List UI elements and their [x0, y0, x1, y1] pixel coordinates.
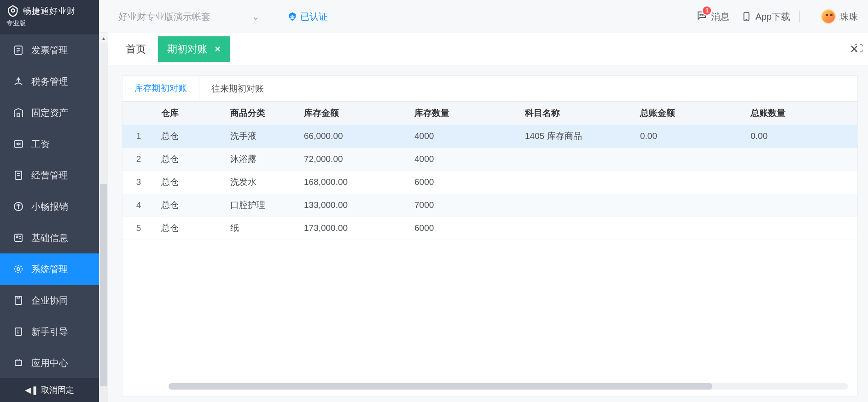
cell-index: 3 [122, 171, 155, 194]
cell-subject [518, 217, 634, 240]
panel: 库存期初对账 往来期初对账 仓库 商品分类 库存金额 库存数量 科目名称 总账金… [122, 75, 858, 396]
tab-close-icon[interactable]: ✕ [214, 44, 221, 54]
cell-ledger-amount [634, 194, 744, 217]
cell-quantity: 7000 [408, 194, 518, 217]
col-index [122, 102, 155, 125]
subtab-inventory[interactable]: 库存期初对账 [122, 76, 199, 101]
svg-point-18 [17, 268, 20, 270]
cell-index: 5 [122, 217, 155, 240]
cell-subject [518, 171, 634, 194]
sidebar-item-asset[interactable]: 固定资产 [0, 97, 99, 128]
svg-rect-19 [15, 296, 22, 304]
verified-label: 已认证 [300, 11, 328, 23]
cell-ledger-qty [744, 171, 857, 194]
brand-logo-icon [6, 5, 19, 17]
collab-icon [13, 295, 24, 306]
cell-ledger-amount [634, 217, 744, 240]
cell-ledger-qty [744, 148, 857, 171]
sidebar-item-collab[interactable]: 企业协同 [0, 285, 99, 316]
table-row[interactable]: 3总仓洗发水168,000.006000 [122, 171, 857, 194]
sidebar-scroll-thumb[interactable] [100, 184, 107, 386]
cell-category: 纸 [224, 217, 297, 240]
cell-category: 沐浴露 [224, 148, 297, 171]
info-icon [13, 232, 24, 243]
sidebar-nav: 发票管理税务管理固定资产工资经营管理小畅报销基础信息系统管理企业协同新新手引导应… [0, 34, 99, 378]
col-amount[interactable]: 库存金额 [297, 102, 408, 125]
cell-amount: 173,000.00 [297, 217, 408, 240]
cell-ledger-amount [634, 171, 744, 194]
header-divider [799, 11, 800, 23]
tabs-expand-icon[interactable]: ⛶ [854, 43, 868, 54]
user-menu[interactable]: 珠珠 [821, 9, 858, 24]
col-ledger-amount[interactable]: 总账金额 [634, 102, 744, 125]
sidebar-item-apps[interactable]: 应用中心 [0, 347, 99, 378]
username: 珠珠 [839, 11, 858, 23]
cell-quantity: 6000 [408, 217, 518, 240]
table-row[interactable]: 5总仓纸173,000.006000 [122, 217, 857, 240]
brand-name: 畅捷通好业财 [23, 6, 76, 17]
cell-warehouse: 总仓 [155, 171, 224, 194]
svg-rect-22 [15, 360, 22, 366]
messages-button[interactable]: 1 消息 [696, 10, 729, 23]
table-row[interactable]: 4总仓口腔护理133,000.007000 [122, 194, 857, 217]
sidebar-item-label: 新手引导 [31, 326, 68, 338]
col-ledger-qty[interactable]: 总账数量 [744, 102, 857, 125]
col-warehouse[interactable]: 仓库 [155, 102, 224, 125]
col-subject[interactable]: 科目名称 [518, 102, 634, 125]
shield-icon: 企 [287, 11, 297, 22]
cell-amount: 133,000.00 [297, 194, 408, 217]
cell-subject [518, 194, 634, 217]
horizontal-scroll-thumb[interactable] [169, 383, 712, 390]
account-name: 好业财专业版演示帐套 [118, 11, 210, 23]
sidebar-item-label: 系统管理 [31, 263, 68, 276]
sidebar-item-label: 应用中心 [31, 357, 68, 369]
col-category[interactable]: 商品分类 [224, 102, 297, 125]
brand-area: 畅捷通好业财 专业版 [0, 0, 99, 34]
cell-warehouse: 总仓 [155, 217, 224, 240]
sidebar-unpin[interactable]: ◀❚ 取消固定 [0, 378, 99, 402]
sidebar-item-label: 工资 [31, 138, 50, 150]
unpin-icon: ◀❚ [25, 385, 38, 395]
tab-home[interactable]: 首页 [122, 42, 150, 56]
sidebar-item-guide[interactable]: 新新手引导 [0, 316, 99, 347]
tax-icon [13, 76, 24, 87]
invoice-icon [13, 45, 24, 56]
table-row[interactable]: 1总仓洗手液66,000.0040001405 库存商品0.000.00 [122, 125, 857, 148]
sidebar-item-label: 小畅报销 [31, 201, 68, 213]
salary-icon [13, 138, 24, 149]
sidebar-item-reimburse[interactable]: 小畅报销 [0, 191, 99, 222]
cell-category: 洗发水 [224, 171, 297, 194]
sidebar-item-invoice[interactable]: 发票管理 [0, 34, 99, 66]
sidebar-item-label: 固定资产 [31, 107, 68, 119]
subtab-receivable[interactable]: 往来期初对账 [199, 76, 276, 101]
cell-category: 口腔护理 [224, 194, 297, 217]
sidebar-scroll-up[interactable]: ▴ [99, 33, 108, 43]
header: 好业财专业版演示帐套 ⌄ 企 已认证 1 消息 App下载 珠珠 [108, 0, 868, 33]
system-icon [13, 264, 24, 275]
sidebar-item-ops[interactable]: 经营管理 [0, 160, 99, 191]
app-download-button[interactable]: App下载 [741, 11, 790, 23]
sidebar-item-info[interactable]: 基础信息 [0, 222, 99, 253]
sidebar-item-salary[interactable]: 工资 [0, 128, 99, 160]
account-selector[interactable]: 好业财专业版演示帐套 ⌄ [118, 11, 260, 23]
svg-text:新: 新 [17, 329, 21, 334]
sidebar-item-label: 税务管理 [31, 75, 68, 88]
svg-point-14 [16, 236, 18, 238]
data-table: 仓库 商品分类 库存金额 库存数量 科目名称 总账金额 总账数量 1总仓洗手液6… [122, 102, 857, 240]
cell-warehouse: 总仓 [155, 125, 224, 148]
svg-point-27 [702, 14, 703, 15]
verified-badge[interactable]: 企 已认证 [287, 11, 328, 23]
cell-amount: 72,000.00 [297, 148, 408, 171]
horizontal-scrollbar[interactable] [169, 383, 848, 390]
guide-icon: 新 [13, 326, 24, 337]
apps-icon [13, 357, 24, 368]
col-quantity[interactable]: 库存数量 [408, 102, 518, 125]
table-row[interactable]: 2总仓沐浴露72,000.004000 [122, 148, 857, 171]
sidebar-item-system[interactable]: 系统管理 [0, 253, 99, 285]
tab-active[interactable]: 期初对账 ✕ [158, 36, 230, 62]
sub-tabs: 库存期初对账 往来期初对账 [122, 76, 857, 102]
svg-point-26 [700, 14, 701, 15]
svg-text:企: 企 [290, 14, 295, 19]
sidebar-item-tax[interactable]: 税务管理 [0, 66, 99, 97]
svg-point-8 [17, 143, 19, 145]
